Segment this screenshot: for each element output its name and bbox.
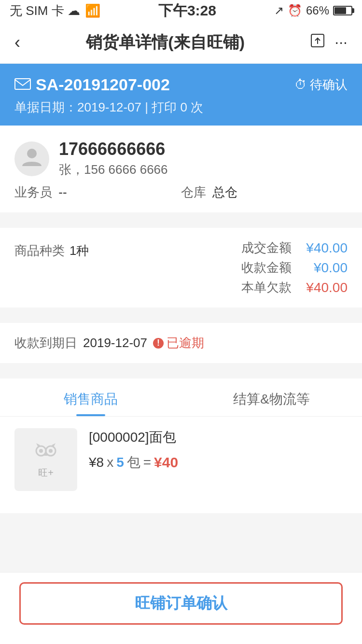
owed-value: ¥40.00 <box>299 280 348 295</box>
overdue-text: 已逾期 <box>167 335 204 351</box>
page-title: 销货单详情(来自旺铺) <box>86 31 245 54</box>
product-unit-price: ¥8 <box>89 455 104 470</box>
equals-symbol: = <box>143 455 151 470</box>
product-thumb-inner: 旺+ <box>31 440 60 479</box>
due-label: 收款到期日 <box>14 335 77 351</box>
customer-row: 17666666666 张，156 6666 6666 <box>14 139 348 178</box>
warehouse-label: 仓库 <box>181 185 206 199</box>
order-header: SA-20191207-002 ⏱ 待确认 单据日期：2019-12-07 | … <box>0 64 362 126</box>
customer-section: 17666666666 张，156 6666 6666 业务员 -- 仓库 总仓 <box>0 126 362 212</box>
owed-label: 本单欠款 <box>241 279 292 296</box>
product-qty: 5 <box>116 455 124 470</box>
tab-sales-label: 销售商品 <box>64 392 118 406</box>
customer-avatar <box>14 141 49 176</box>
status-time: 下午3:28 <box>158 1 216 21</box>
product-section: 旺+ [0000002]面包 ¥8 x 5 包 = ¥40 <box>0 417 362 513</box>
tab-sales-underline <box>76 414 105 416</box>
share-button[interactable] <box>310 33 325 52</box>
customer-phone: 17666666666 <box>59 139 168 159</box>
order-status: ⏱ 待确认 <box>294 76 348 93</box>
order-date: 单据日期：2019-12-07 | 打印 0 次 <box>14 99 348 116</box>
customer-name: 张，156 6666 6666 <box>59 161 168 178</box>
order-id-icon <box>14 75 31 94</box>
more-button[interactable]: ··· <box>334 33 348 51</box>
salesperson-label: 业务员 <box>14 185 52 199</box>
product-total: ¥40 <box>154 454 178 471</box>
customer-meta: 业务员 -- 仓库 总仓 <box>14 184 348 201</box>
battery-icon <box>333 6 352 15</box>
tab-settlement-label: 结算&物流等 <box>233 392 310 406</box>
sim-status: 无 SIM 卡 ☁ <box>10 2 80 19</box>
transaction-line: 成交金额 ¥40.00 <box>241 239 348 256</box>
tabs-row: 销售商品 结算&物流等 <box>0 378 362 417</box>
transaction-value: ¥40.00 <box>299 240 348 256</box>
wifi-icon: 📶 <box>85 3 100 18</box>
brand-label: 旺+ <box>38 466 54 479</box>
separator-2 <box>0 315 362 323</box>
status-clock-icon: ⏱ <box>294 77 307 92</box>
collected-label: 收款金额 <box>241 259 292 276</box>
overdue-badge: ! 已逾期 <box>153 335 204 351</box>
bottom-bar: 旺铺订单确认 <box>0 572 362 644</box>
tab-settlement[interactable]: 结算&物流等 <box>181 378 362 416</box>
owed-line: 本单欠款 ¥40.00 <box>241 279 348 296</box>
svg-point-6 <box>39 449 43 453</box>
svg-point-3 <box>27 149 37 158</box>
collected-line: 收款金额 ¥0.00 <box>241 259 348 276</box>
product-thumbnail: 旺+ <box>14 428 77 491</box>
overdue-icon: ! <box>153 338 164 349</box>
financials-right: 成交金额 ¥40.00 收款金额 ¥0.00 本单欠款 ¥40.00 <box>241 239 348 296</box>
avatar-icon <box>20 145 43 172</box>
multiply-symbol: x <box>107 455 113 470</box>
svg-point-7 <box>49 449 53 453</box>
status-left: 无 SIM 卡 ☁ 📶 <box>10 2 100 19</box>
tab-sales[interactable]: 销售商品 <box>0 378 181 416</box>
transaction-label: 成交金额 <box>241 239 292 256</box>
tabs-section: 销售商品 结算&物流等 <box>0 378 362 417</box>
due-date-value: 2019-12-07 <box>83 336 147 350</box>
alarm-icon: ⏰ <box>288 4 302 17</box>
financials-section: 商品种类 1种 成交金额 ¥40.00 收款金额 ¥0.00 本单欠款 ¥40.… <box>0 228 362 308</box>
salesperson-field: 业务员 -- <box>14 184 181 201</box>
customer-info: 17666666666 张，156 6666 6666 <box>59 139 168 178</box>
warehouse-field: 仓库 总仓 <box>181 184 348 201</box>
status-right: ↗ ⏰ 66% <box>274 4 352 17</box>
separator-3 <box>0 371 362 378</box>
order-id: SA-20191207-002 <box>14 75 170 94</box>
back-button[interactable]: ‹ <box>14 32 20 53</box>
location-icon: ↗ <box>274 4 284 17</box>
status-bar: 无 SIM 卡 ☁ 📶 下午3:28 ↗ ⏰ 66% <box>0 0 362 21</box>
separator-1 <box>0 220 362 228</box>
financials-row: 商品种类 1种 成交金额 ¥40.00 收款金额 ¥0.00 本单欠款 ¥40.… <box>14 239 348 296</box>
product-item: 旺+ [0000002]面包 ¥8 x 5 包 = ¥40 <box>14 428 348 491</box>
due-section: 收款到期日 2019-12-07 ! 已逾期 <box>0 323 362 363</box>
nav-actions: ··· <box>310 33 348 52</box>
collected-value: ¥0.00 <box>299 260 348 276</box>
nav-bar: ‹ 销货单详情(来自旺铺) ··· <box>0 21 362 64</box>
salesperson-value: -- <box>58 185 67 199</box>
battery-fill <box>334 7 346 14</box>
financials-left: 商品种类 1种 <box>14 239 241 259</box>
product-name: [0000002]面包 <box>89 428 348 447</box>
product-types: 商品种类 1种 <box>14 242 241 259</box>
product-info: [0000002]面包 ¥8 x 5 包 = ¥40 <box>89 428 348 472</box>
product-price-row: ¥8 x 5 包 = ¥40 <box>89 453 348 472</box>
warehouse-value: 总仓 <box>212 185 237 199</box>
product-types-label: 商品种类 <box>14 242 65 259</box>
order-id-text: SA-20191207-002 <box>36 75 170 94</box>
confirm-button[interactable]: 旺铺订单确认 <box>19 582 343 625</box>
order-header-top: SA-20191207-002 ⏱ 待确认 <box>14 75 348 94</box>
product-unit: 包 <box>127 453 140 472</box>
battery-percent: 66% <box>306 4 329 17</box>
status-text: 待确认 <box>310 76 348 93</box>
product-types-value: 1种 <box>70 242 89 259</box>
svg-rect-2 <box>15 79 30 89</box>
owl-logo <box>31 440 60 464</box>
